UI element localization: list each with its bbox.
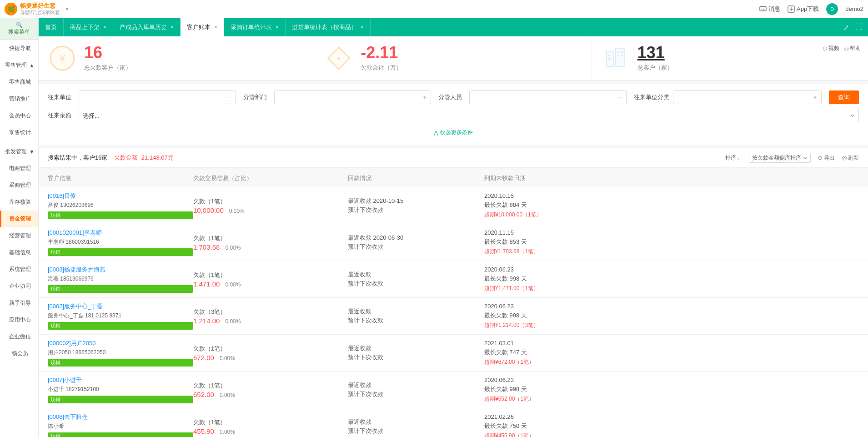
sidebar-item-basic-info[interactable]: 基础信息 [0, 244, 38, 261]
overdue-link-4[interactable]: 超期¥672.00（1笔） [484, 358, 859, 366]
message-btn[interactable]: 消息 [759, 5, 780, 13]
debt-info-0: 欠款（1笔） 10,000.00 0.00% [193, 197, 348, 214]
customer-tag-4: 现销 [48, 359, 193, 367]
stats-header: ¥ 16 总欠款客户（家） ✦ [39, 36, 868, 80]
unit-type-input[interactable]: ▼ [673, 90, 822, 104]
stat-label-customers: 总欠款客户（家） [84, 64, 306, 72]
collapse-btn[interactable]: ⋀ 收起更多条件 [48, 127, 859, 138]
sidebar-search[interactable]: 🔍 搜索菜单 [0, 18, 38, 40]
query-button[interactable]: 查询 [829, 90, 859, 104]
avatar[interactable]: D [826, 3, 838, 15]
sidebar-item-newbie[interactable]: 新手引导 [0, 295, 38, 311]
customer-name-6[interactable]: [0006]去下粮仓 [48, 413, 193, 421]
filter-group-unit-type: 往来单位分类 ▼ [634, 90, 822, 104]
refresh-btn[interactable]: ◎ 刷新 [842, 154, 859, 162]
stat-number-customers: 16 [84, 45, 306, 61]
chevron-icon: ▲ [29, 62, 35, 69]
sidebar-item-enterprise-collab[interactable]: 企业协同 [0, 278, 38, 295]
customer-name-5[interactable]: [0007]小进千 [48, 376, 193, 384]
sidebar-item-retail-mgmt[interactable]: 零售管理 ▲ [0, 57, 38, 74]
overdue-link-6[interactable]: 超期¥455.90（1笔） [484, 432, 859, 437]
overdue-link-2[interactable]: 超期¥1,471.00（1笔） [484, 285, 859, 292]
overdue-link-3[interactable]: 超期¥1,214.00（3笔） [484, 321, 859, 329]
svg-rect-10 [617, 51, 619, 53]
sidebar-item-finance[interactable]: 资金管理 [0, 211, 38, 227]
overdue-link-5[interactable]: 超期¥652.00（1笔） [484, 395, 859, 403]
sidebar-item-quick-nav[interactable]: 快捷导航 [0, 40, 38, 57]
sidebar-item-retail-store[interactable]: 零售商城 [0, 74, 38, 90]
dept-input[interactable]: ▼ [274, 90, 431, 104]
tab-customer-account[interactable]: 客户账本 × [181, 18, 224, 36]
debt-info-3: 欠款（3笔） 1,214.00 0.00% [193, 308, 348, 325]
tab-shrink-btn[interactable]: ⤢ [841, 22, 851, 33]
top-bar: 🌿 畅捷通好生意 母婴行业演示账套 ▼ 消息 App下载 D d [0, 0, 868, 18]
sidebar-item-marketing[interactable]: 营销推广 [0, 90, 38, 107]
export-icon: ⊙ [818, 155, 823, 161]
tab-close-product-history[interactable]: × [171, 24, 174, 30]
customer-name-2[interactable]: [0003]畅捷服务尹海燕 [48, 266, 193, 274]
filter-label-dept: 分管部门 [243, 93, 271, 101]
tab-home[interactable]: 首页 [39, 18, 64, 36]
sidebar-item-retail-stats[interactable]: 零售统计 [0, 124, 38, 141]
customer-name-1[interactable]: [0001020001]李老师 [48, 229, 193, 237]
sort-select[interactable]: 按欠款金额倒序排序 [749, 153, 811, 163]
sidebar-item-member-center[interactable]: 会员中心 [0, 107, 38, 124]
sidebar-item-wholesale-mgmt[interactable]: 批发管理 ▼ [0, 143, 38, 160]
tab-close-customer[interactable]: × [214, 24, 217, 30]
table-row: [000002]用户2050 用户2050 18665062050 现销 欠款（… [39, 335, 868, 372]
tab-close-product-online[interactable]: × [103, 24, 106, 30]
collapse-icon: ⋀ [434, 130, 438, 136]
customer-tag-6: 现销 [48, 432, 193, 437]
help-link[interactable]: ◎ 帮助 [844, 45, 861, 52]
top-bar-left: 🌿 畅捷通好生意 母婴行业演示账套 ▼ [5, 2, 70, 15]
filter-group-dept: 分管部门 ▼ [243, 90, 431, 104]
due-date-3: 2020.06.23 最长欠款 998 天 超期¥1,214.00（3笔） [484, 303, 859, 329]
from-unit-input[interactable]: ··· [79, 90, 236, 104]
customer-tag-1: 现销 [48, 248, 193, 256]
due-date-5: 2020.06.23 最长欠款 998 天 超期¥652.00（1笔） [484, 377, 859, 403]
industry-label: 母婴行业演示账套 [20, 10, 60, 15]
debt-info-5: 欠款（1笔） 652.00 0.00% [193, 382, 348, 398]
tab-purchase-stats[interactable]: 采购订单统计表 × [224, 18, 286, 36]
manager-input[interactable]: ··· [469, 90, 627, 104]
sidebar-item-purchase[interactable]: 采购管理 [0, 177, 38, 194]
tab-expand-btn[interactable]: ⛶ [853, 22, 864, 32]
customer-tag-0: 现销 [48, 211, 193, 219]
diamond-icon: ✦ [324, 44, 353, 73]
results-actions: 排序： 按欠款金额倒序排序 ⊙ 导出 ◎ 刷新 [725, 153, 859, 163]
overdue-link-0[interactable]: 超期¥10,000.00（1笔） [484, 211, 859, 219]
tab-product-history[interactable]: 产成品入库单历史 × [113, 18, 181, 36]
balance-select[interactable]: 选择... [79, 109, 859, 122]
filter-group-manager: 分管人员 ··· [438, 90, 627, 104]
svg-rect-7 [616, 48, 625, 66]
svg-text:✦: ✦ [336, 55, 341, 62]
ellipsis-icon: ··· [226, 94, 232, 101]
app-download-btn[interactable]: App下载 [788, 5, 819, 13]
sidebar-item-app-center[interactable]: 应用中心 [0, 311, 38, 328]
filter-row-1: 往来单位 ··· 分管部门 ▼ 分管人员 [48, 90, 859, 104]
tab-close-purchase[interactable]: × [276, 24, 279, 30]
overdue-link-1[interactable]: 超期¥1,703.68（1笔） [484, 248, 859, 256]
stat-card-debt: ✦ -2.11 欠款合计（万） [315, 36, 592, 80]
customer-name-0[interactable]: [0016]吕俊 [48, 192, 193, 200]
stat-label-total: 总客户（家） [637, 64, 859, 72]
video-link[interactable]: ⊙ 视频 [823, 45, 839, 52]
tab-inventory-stats[interactable]: 进货单统计表（按商品） × [286, 18, 371, 36]
sidebar-item-business[interactable]: 经营管理 [0, 227, 38, 244]
stat-number-debt: -2.11 [361, 45, 582, 61]
sidebar-item-changhui[interactable]: 畅会员 [0, 345, 38, 362]
sidebar-item-enterprise-wechat[interactable]: 企业微信 [0, 328, 38, 345]
export-btn[interactable]: ⊙ 导出 [818, 154, 835, 162]
stat-info-customers: 16 总欠款客户（家） [84, 45, 306, 72]
industry-select[interactable]: ▼ [65, 6, 70, 12]
debt-info-1: 欠款（1笔） 1,703.68 0.00% [193, 234, 348, 251]
tab-close-inventory[interactable]: × [361, 24, 364, 30]
recovery-2: 最近收款 预计下次收款 [348, 271, 484, 288]
sidebar-item-ecommerce[interactable]: 电商管理 [0, 160, 38, 177]
customer-name-4[interactable]: [000002]用户2050 [48, 339, 193, 347]
customer-name-3[interactable]: [0002]服务中心_丁磊 [48, 302, 193, 311]
sidebar-item-inventory[interactable]: 库存核算 [0, 194, 38, 211]
tab-product-online[interactable]: 商品上下架 × [64, 18, 113, 36]
sidebar-item-system[interactable]: 系统管理 [0, 261, 38, 278]
customer-info-2: [0003]畅捷服务尹海燕 海燕 18513066976 现销 [48, 266, 193, 293]
